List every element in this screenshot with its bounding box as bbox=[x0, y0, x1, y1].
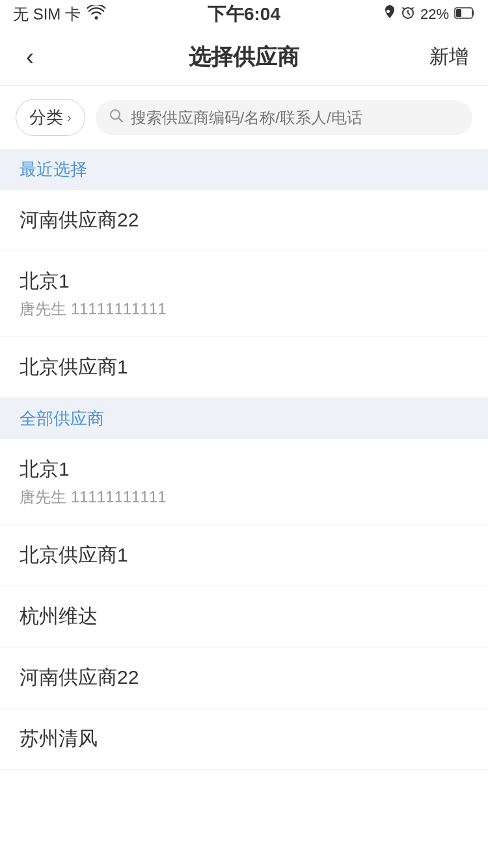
item-name: 河南供应商22 bbox=[20, 207, 468, 234]
all-list: 北京1 唐先生 11111111111 北京供应商1 杭州维达 河南供应商22 … bbox=[0, 439, 488, 770]
list-item[interactable]: 北京供应商1 bbox=[0, 337, 488, 398]
item-name: 河南供应商22 bbox=[20, 664, 468, 691]
item-name: 北京供应商1 bbox=[20, 542, 468, 569]
status-left: 无 SIM 卡 bbox=[13, 4, 105, 25]
nav-bar: ‹ 选择供应商 新增 bbox=[0, 29, 488, 86]
list-item[interactable]: 杭州维达 bbox=[0, 586, 488, 647]
list-item[interactable]: 河南供应商22 bbox=[0, 190, 488, 251]
sim-text: 无 SIM 卡 bbox=[13, 4, 81, 25]
list-item[interactable]: 北京1 唐先生 11111111111 bbox=[0, 251, 488, 337]
search-box[interactable] bbox=[96, 100, 472, 135]
search-input[interactable] bbox=[131, 109, 459, 127]
category-button[interactable]: 分类 › bbox=[16, 99, 85, 136]
page-title: 选择供应商 bbox=[189, 42, 299, 72]
list-item[interactable]: 苏州清风 bbox=[0, 709, 488, 770]
list-item[interactable]: 北京供应商1 bbox=[0, 525, 488, 586]
filter-bar: 分类 › bbox=[0, 86, 488, 149]
alarm-icon bbox=[401, 5, 415, 23]
item-name: 北京1 bbox=[20, 268, 468, 295]
battery-text: 22% bbox=[420, 6, 449, 23]
all-section-label: 全部供应商 bbox=[20, 409, 104, 428]
item-sub: 唐先生 11111111111 bbox=[20, 299, 468, 319]
status-bar: 无 SIM 卡 下午6:04 22% bbox=[0, 0, 488, 29]
chevron-right-icon: › bbox=[67, 110, 72, 125]
item-name: 苏州清风 bbox=[20, 726, 468, 752]
recent-section-label: 最近选择 bbox=[20, 159, 87, 179]
battery-icon bbox=[454, 6, 475, 23]
list-item[interactable]: 河南供应商22 bbox=[0, 647, 488, 709]
search-icon bbox=[109, 108, 124, 128]
status-time: 下午6:04 bbox=[208, 2, 280, 27]
item-name: 杭州维达 bbox=[20, 603, 468, 630]
item-name: 北京供应商1 bbox=[20, 354, 468, 381]
svg-rect-2 bbox=[456, 9, 461, 17]
wifi-icon bbox=[87, 5, 105, 23]
add-button[interactable]: 新增 bbox=[429, 44, 468, 70]
recent-list: 河南供应商22 北京1 唐先生 11111111111 北京供应商1 bbox=[0, 190, 488, 398]
category-label: 分类 bbox=[29, 106, 63, 129]
item-sub: 唐先生 11111111111 bbox=[20, 487, 468, 508]
location-icon bbox=[384, 5, 396, 23]
recent-section-header: 最近选择 bbox=[0, 149, 488, 190]
all-section-header: 全部供应商 bbox=[0, 398, 488, 439]
back-button[interactable]: ‹ bbox=[20, 37, 40, 77]
status-right: 22% bbox=[384, 5, 475, 23]
item-name: 北京1 bbox=[20, 456, 468, 483]
list-item[interactable]: 北京1 唐先生 11111111111 bbox=[0, 439, 488, 525]
